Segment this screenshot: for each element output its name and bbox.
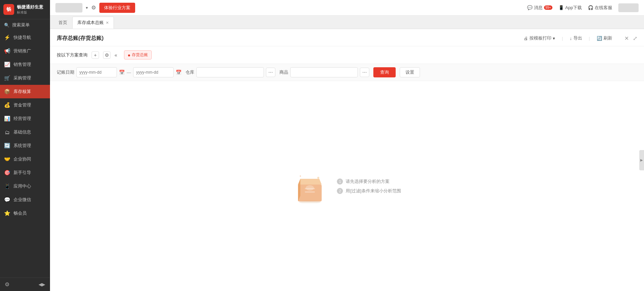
- empty-hint-1: 1 请先选择要分析的方案: [337, 178, 401, 185]
- date-from-input[interactable]: [76, 67, 117, 77]
- content-area: 1 请先选择要分析的方案 2 用[过滤]条件来缩小分析范围: [50, 81, 644, 291]
- message-icon: 💬: [527, 5, 532, 10]
- page-title: 库存总账(存货总账): [57, 35, 104, 42]
- message-action[interactable]: 💬 消息 99+: [527, 5, 552, 11]
- app-logo-icon: 畅: [3, 4, 14, 15]
- sidebar-item-guide[interactable]: 🎯 新手引导: [0, 166, 50, 179]
- settings-btn[interactable]: 设置: [400, 67, 420, 77]
- svg-point-8: [300, 175, 301, 177]
- sidebar-item-sales[interactable]: 📈 销售管理: [0, 58, 50, 71]
- filter-collapse-btn[interactable]: «: [115, 52, 117, 58]
- topbar-gear-icon[interactable]: ⚙: [91, 4, 96, 11]
- sidebar-item-basic[interactable]: 🗂 基础信息: [0, 125, 50, 139]
- filter-area: 按以下方案查询 + ⚙ « ● 存货总账: [50, 46, 644, 64]
- cal-to-icon[interactable]: 📅: [176, 70, 181, 75]
- scheme-icon: ●: [128, 52, 130, 58]
- svg-marker-1: [298, 179, 322, 185]
- sidebar-item-label: 销售管理: [14, 62, 31, 68]
- cooperation-icon: 🤝: [4, 156, 10, 162]
- sidebar-menu: ⚡ 快捷导航 📢 营销推广 📈 销售管理 🛒 采购管理 📦 库存核算 💰 资金管…: [0, 31, 50, 277]
- collapse-footer-icon[interactable]: ◀▶: [39, 282, 45, 287]
- app-download-label: App下载: [565, 5, 582, 11]
- sidebar-logo: 畅 畅捷通好生意 标准版: [0, 0, 50, 19]
- sidebar: 畅 畅捷通好生意 标准版 🔍 搜索菜单 ⚡ 快捷导航 📢 营销推广 📈 销售管理…: [0, 0, 50, 291]
- date-to-input[interactable]: [133, 67, 174, 77]
- sidebar-item-wechat[interactable]: 💬 企业微信: [0, 193, 50, 207]
- page-container: 库存总账(存货总账) 🖨 按模板打印 ▾ | ↓ 导出 | 🔄 刷新: [50, 29, 644, 291]
- sidebar-item-label: 快捷导航: [14, 34, 31, 41]
- product-input[interactable]: [290, 67, 358, 77]
- inventory-icon: 📦: [4, 89, 10, 95]
- message-badge: 99+: [544, 5, 552, 10]
- sidebar-item-system[interactable]: 🔄 系统管理: [0, 139, 50, 152]
- sidebar-item-marketing[interactable]: 📢 营销推广: [0, 44, 50, 58]
- tab-close-icon[interactable]: ✕: [106, 21, 109, 25]
- app-brand: 畅捷通好生意: [17, 4, 43, 10]
- sidebar-item-app-center[interactable]: 📱 应用中心: [0, 179, 50, 193]
- main-content: ▾ ⚙ 体验行业方案 💬 消息 99+ 📱 App下载 🎧 在线客服 首页: [50, 0, 644, 291]
- download-icon: 📱: [559, 5, 564, 10]
- panel-close-btn[interactable]: ✕: [624, 35, 629, 42]
- scheme-tag[interactable]: ● 存货总账: [124, 50, 152, 59]
- hint-2-num: 2: [337, 188, 343, 194]
- topbar-actions: 💬 消息 99+ 📱 App下载 🎧 在线客服: [527, 3, 639, 12]
- sidebar-item-inventory[interactable]: 📦 库存核算: [0, 85, 50, 98]
- svg-rect-4: [305, 188, 315, 189]
- warehouse-input[interactable]: [196, 67, 264, 77]
- sidebar-item-label: 采购管理: [14, 75, 31, 81]
- sidebar-item-label: 企业微信: [14, 197, 31, 203]
- refresh-icon: 🔄: [597, 36, 602, 41]
- sidebar-item-label: 系统管理: [14, 143, 31, 149]
- tab-home[interactable]: 首页: [53, 17, 72, 29]
- topbar-dropdown-icon[interactable]: ▾: [86, 5, 88, 10]
- industry-btn[interactable]: 体验行业方案: [99, 3, 135, 13]
- sidebar-item-label: 库存核算: [14, 89, 31, 95]
- guide-icon: 🎯: [4, 170, 10, 176]
- search-icon: 🔍: [4, 23, 9, 28]
- sidebar-item-quick-nav[interactable]: ⚡ 快捷导航: [0, 31, 50, 44]
- online-service-label: 在线客服: [595, 5, 612, 11]
- panel-expand-btn[interactable]: ⤢: [633, 35, 637, 42]
- export-icon: ↓: [570, 36, 572, 41]
- sidebar-search[interactable]: 🔍 搜索菜单: [0, 19, 50, 31]
- page-header: 库存总账(存货总账) 🖨 按模板打印 ▾ | ↓ 导出 | 🔄 刷新: [50, 29, 644, 46]
- hint-1-num: 1: [337, 178, 343, 185]
- header-divider: |: [562, 36, 563, 41]
- tabbar: 首页 库存成本总账 ✕: [50, 16, 644, 29]
- empty-hint-2: 2 用[过滤]条件来缩小分析范围: [337, 188, 401, 194]
- sidebar-item-label: 基础信息: [14, 129, 31, 135]
- sidebar-item-label: 应用中心: [14, 183, 31, 189]
- export-btn[interactable]: ↓ 导出: [567, 34, 585, 43]
- sidebar-search-label: 搜索菜单: [12, 22, 30, 28]
- settings-footer-icon[interactable]: ⚙: [5, 281, 9, 288]
- warehouse-more-btn[interactable]: ···: [266, 68, 275, 77]
- refresh-btn[interactable]: 🔄 刷新: [594, 34, 615, 43]
- filter-setting-btn[interactable]: ⚙: [103, 51, 110, 59]
- right-panel-handle[interactable]: ▶: [639, 150, 644, 170]
- sidebar-item-finance[interactable]: 💰 资金管理: [0, 98, 50, 112]
- filter-add-btn[interactable]: +: [92, 51, 99, 59]
- online-service-action[interactable]: 🎧 在线客服: [588, 5, 612, 11]
- page-header-actions: 🖨 按模板打印 ▾ | ↓ 导出 | 🔄 刷新 ✕ ⤢: [521, 34, 637, 43]
- print-dropdown-icon: ▾: [553, 36, 555, 41]
- right-panel-icon: ▶: [640, 158, 643, 162]
- warehouse-field-group: 仓库 ···: [185, 67, 275, 77]
- product-field-group: 商品 ···: [279, 67, 369, 77]
- tab-inventory-ledger-label: 库存成本总账: [77, 20, 104, 26]
- print-icon: 🖨: [524, 36, 528, 41]
- warehouse-label: 仓库: [185, 69, 194, 75]
- date-field-group: 记账日期 📅 — 📅: [57, 67, 181, 77]
- search-btn[interactable]: 查询: [373, 67, 396, 77]
- sidebar-item-cooperation[interactable]: 🤝 企业协同: [0, 152, 50, 166]
- tab-inventory-ledger[interactable]: 库存成本总账 ✕: [72, 17, 114, 29]
- topbar: ▾ ⚙ 体验行业方案 💬 消息 99+ 📱 App下载 🎧 在线客服: [50, 0, 644, 16]
- system-icon: 🔄: [4, 143, 10, 149]
- sidebar-item-operation[interactable]: 📊 经营管理: [0, 112, 50, 125]
- app-version: 标准版: [17, 10, 43, 15]
- product-more-btn[interactable]: ···: [360, 68, 369, 77]
- app-download-action[interactable]: 📱 App下载: [559, 5, 582, 11]
- sidebar-item-purchase[interactable]: 🛒 采购管理: [0, 71, 50, 85]
- sidebar-item-member[interactable]: ⭐ 畅会员: [0, 207, 50, 220]
- cal-from-icon[interactable]: 📅: [119, 70, 125, 75]
- print-btn[interactable]: 🖨 按模板打印 ▾: [521, 34, 558, 43]
